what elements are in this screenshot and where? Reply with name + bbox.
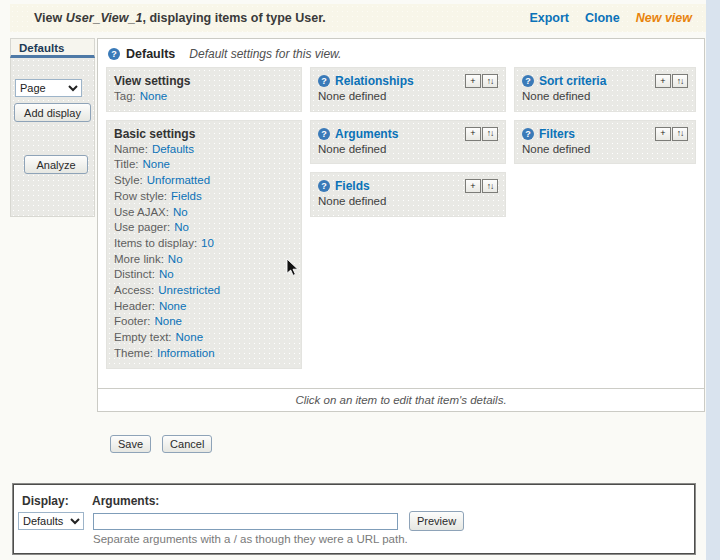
page-title-bar: View User_View_1, displaying items of ty…: [10, 4, 706, 32]
setting-row: Theme:Information: [114, 346, 294, 362]
setting-row: Use pager:No: [114, 220, 294, 236]
cancel-button[interactable]: Cancel: [162, 435, 212, 453]
setting-label: Tag:: [114, 90, 136, 102]
setting-value-link[interactable]: None: [159, 300, 187, 312]
setting-label: Use pager:: [114, 221, 170, 233]
new-view-link[interactable]: New view: [636, 11, 692, 25]
filters-link[interactable]: Filters: [539, 126, 575, 142]
setting-value-link[interactable]: Defaults: [152, 143, 194, 155]
filters-head: ? Filters + ↑↓: [522, 126, 688, 142]
add-icon[interactable]: +: [655, 127, 671, 141]
filters-empty: None defined: [522, 142, 688, 158]
save-button[interactable]: Save: [110, 435, 151, 453]
help-icon[interactable]: ?: [318, 128, 330, 140]
setting-value-link[interactable]: 10: [201, 237, 214, 249]
form-actions: Save Cancel: [110, 435, 212, 453]
setting-value-link[interactable]: None: [154, 315, 182, 327]
setting-row: Row style:Fields: [114, 189, 294, 205]
help-icon[interactable]: ?: [522, 75, 534, 87]
rearrange-icon[interactable]: ↑↓: [672, 74, 688, 88]
relationships-head: ? Relationships + ↑↓: [318, 73, 498, 89]
rearrange-icon[interactable]: ↑↓: [482, 179, 498, 193]
setting-row: Empty text:None: [114, 330, 294, 346]
mini-buttons: + ↑↓: [465, 74, 498, 88]
add-icon[interactable]: +: [655, 74, 671, 88]
view-editor-panel: ? Defaults Default settings for this vie…: [97, 38, 705, 412]
setting-label: Empty text:: [114, 331, 172, 343]
relationships-link[interactable]: Relationships: [335, 73, 414, 89]
fields-head: ? Fields + ↑↓: [318, 178, 498, 194]
preview-button[interactable]: Preview: [409, 511, 464, 531]
setting-label: Distinct:: [114, 268, 155, 280]
page-title: View User_View_1, displaying items of ty…: [34, 11, 326, 25]
setting-label: Use AJAX:: [114, 206, 169, 218]
setting-label: Items to display:: [114, 237, 197, 249]
mini-buttons: + ↑↓: [655, 74, 688, 88]
arguments-link[interactable]: Arguments: [335, 126, 398, 142]
title-suffix: , displaying items of type User.: [142, 11, 325, 25]
setting-row: Distinct:No: [114, 267, 294, 283]
setting-value-link[interactable]: None: [143, 158, 171, 170]
basic-settings-title: Basic settings: [114, 126, 294, 142]
display-label: Display:: [22, 494, 69, 508]
setting-value-link[interactable]: Unformatted: [147, 174, 210, 186]
help-icon[interactable]: ?: [318, 75, 330, 87]
setting-value-link[interactable]: Information: [157, 347, 215, 359]
setting-value-link[interactable]: No: [174, 221, 189, 233]
rearrange-icon[interactable]: ↑↓: [482, 127, 498, 141]
help-icon[interactable]: ?: [522, 128, 534, 140]
relationships-empty: None defined: [318, 89, 498, 105]
rearrange-icon[interactable]: ↑↓: [482, 74, 498, 88]
help-icon[interactable]: ?: [318, 180, 330, 192]
setting-label: More link:: [114, 253, 164, 265]
setting-row: Title:None: [114, 157, 294, 173]
sort-criteria-link[interactable]: Sort criteria: [539, 73, 606, 89]
arguments-hint: Separate arguments with a / as though th…: [93, 533, 408, 545]
display-sidebar: Defaults Page Add display Analyze: [10, 38, 95, 217]
panel-title: Defaults: [126, 47, 175, 61]
sort-criteria-head: ? Sort criteria + ↑↓: [522, 73, 688, 89]
setting-value-link[interactable]: Fields: [171, 190, 202, 202]
setting-label: Theme:: [114, 347, 153, 359]
setting-row: Style:Unformatted: [114, 173, 294, 189]
arguments-box: ? Arguments + ↑↓ None defined: [310, 120, 506, 165]
setting-row: Footer:None: [114, 314, 294, 330]
rearrange-icon[interactable]: ↑↓: [672, 127, 688, 141]
live-preview-panel: Display: Arguments: Defaults Preview Sep…: [13, 484, 695, 554]
add-icon[interactable]: +: [465, 74, 481, 88]
setting-value-link[interactable]: None: [140, 90, 168, 102]
basic-settings-rows: Name:Defaults Title:None Style:Unformatt…: [114, 142, 294, 362]
view-settings-box: View settings Tag:None: [106, 67, 302, 112]
arguments-label: Arguments:: [92, 494, 159, 508]
setting-value-link[interactable]: No: [173, 206, 188, 218]
setting-value-link[interactable]: No: [159, 268, 174, 280]
mini-buttons: + ↑↓: [465, 179, 498, 193]
page-background-strip: [706, 0, 720, 560]
setting-row: Access:Unrestricted: [114, 283, 294, 299]
add-icon[interactable]: +: [465, 179, 481, 193]
sort-criteria-empty: None defined: [522, 89, 688, 105]
setting-value-link[interactable]: No: [168, 253, 183, 265]
arguments-input[interactable]: [93, 513, 398, 530]
help-icon[interactable]: ?: [108, 48, 120, 60]
fields-empty: None defined: [318, 194, 498, 210]
display-type-select[interactable]: Page: [15, 79, 82, 97]
add-display-button[interactable]: Add display: [14, 103, 91, 122]
add-icon[interactable]: +: [465, 127, 481, 141]
setting-row: Items to display:10: [114, 236, 294, 252]
column-3: ? Sort criteria + ↑↓ None defined ? Filt…: [514, 67, 696, 164]
preview-display-select[interactable]: Defaults: [18, 512, 84, 530]
setting-value-link[interactable]: Unrestricted: [158, 284, 220, 296]
setting-label: Access:: [114, 284, 154, 296]
settings-grid: View settings Tag:None Basic settings Na…: [98, 61, 704, 369]
filters-box: ? Filters + ↑↓ None defined: [514, 120, 696, 165]
clone-link[interactable]: Clone: [585, 11, 620, 25]
column-1: View settings Tag:None Basic settings Na…: [106, 67, 302, 369]
analyze-button[interactable]: Analyze: [24, 155, 88, 174]
mini-buttons: + ↑↓: [465, 127, 498, 141]
tab-defaults[interactable]: Defaults: [10, 38, 95, 58]
fields-link[interactable]: Fields: [335, 178, 370, 194]
setting-row: Use AJAX:No: [114, 205, 294, 221]
export-link[interactable]: Export: [529, 11, 569, 25]
setting-value-link[interactable]: None: [176, 331, 204, 343]
